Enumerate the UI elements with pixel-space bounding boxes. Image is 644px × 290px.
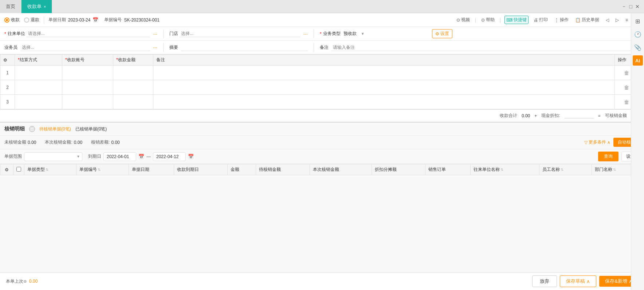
chevron-up-icon: ∧: [607, 140, 610, 145]
discount-input[interactable]: [565, 113, 594, 118]
pending-tab[interactable]: 待核销单据(0笔): [39, 126, 71, 132]
carry-icon: 本单上次⊙: [6, 278, 27, 285]
ops-btn[interactable]: ⋮ 操作: [553, 16, 570, 24]
row1-account[interactable]: [62, 66, 113, 80]
row2-amount[interactable]: [113, 80, 153, 95]
row2-remark[interactable]: [153, 80, 615, 95]
row3-remark[interactable]: [153, 95, 615, 109]
staff-more-btn[interactable]: ···: [153, 44, 157, 50]
close-icon[interactable]: ✕: [635, 4, 640, 9]
divider-f2: [314, 30, 314, 38]
row3-settle[interactable]: [15, 95, 62, 109]
bt-col-checkbox[interactable]: [13, 164, 24, 175]
divider-f1: [163, 30, 164, 38]
video-label: 视频: [461, 17, 470, 23]
video-icon: ⊙: [456, 17, 460, 23]
select-all-checkbox[interactable]: [16, 167, 21, 172]
date-from-cal-icon[interactable]: 📅: [138, 154, 144, 159]
video-btn[interactable]: ⊙ 视频: [455, 16, 471, 24]
toolbar-right: ⊙ 视频 | ⊙ 帮助 | ⌨ 快捷键 🖨 打印 ⋮ 操作 📋: [455, 16, 640, 24]
discount-label: 现金折扣:: [541, 113, 560, 119]
row3-account[interactable]: [62, 95, 113, 109]
radio-refund-label: 退款: [31, 17, 39, 23]
completed-tab[interactable]: 已核销单据(0笔): [75, 126, 107, 132]
tab-home[interactable]: 首页: [0, 0, 21, 13]
biz-type-chevron[interactable]: ▼: [361, 32, 365, 36]
current-stat: 本次核销金额: 0.00: [45, 139, 82, 145]
due-label: 到期日: [88, 153, 101, 160]
help-btn[interactable]: ⊙ 帮助: [480, 16, 496, 24]
counterparty-required: *: [4, 31, 6, 36]
save-new-label: 保存&新增: [605, 278, 627, 285]
sidebar-attach-icon[interactable]: 📎: [633, 42, 643, 52]
ops-label: 操作: [560, 17, 569, 23]
tab-close-icon[interactable]: ×: [44, 4, 46, 9]
row1-amount[interactable]: [113, 66, 153, 80]
layout-list-btn[interactable]: ≡: [624, 17, 629, 23]
bt-col-settings[interactable]: ⚙: [0, 164, 13, 175]
bt-col-date: 单据日期: [129, 164, 174, 175]
summary-label: 摘要: [169, 44, 178, 51]
shop-more-btn[interactable]: ···: [303, 31, 308, 37]
plus-sign: +: [534, 113, 537, 118]
radio-receive[interactable]: 收款: [4, 17, 20, 23]
nav-left-btn[interactable]: ◁: [604, 17, 610, 23]
date-calendar-icon[interactable]: 📅: [93, 17, 98, 23]
ops-icon: ⋮: [554, 17, 559, 23]
counterparty-more-btn[interactable]: ···: [153, 31, 157, 37]
shop-input[interactable]: [180, 30, 301, 37]
sidebar-history-icon[interactable]: 🕐: [633, 29, 643, 39]
sidebar-table-icon[interactable]: ⊞: [633, 16, 643, 26]
radio-refund[interactable]: 退款: [24, 17, 39, 23]
table-row: 1 🗑 ⧉: [0, 66, 644, 80]
date-from-input[interactable]: [103, 152, 136, 161]
nav-right-btn[interactable]: ▷: [614, 17, 620, 23]
range-label: 单据范围: [4, 153, 22, 160]
row1-delete-icon[interactable]: 🗑: [624, 70, 629, 76]
row2-account[interactable]: [62, 80, 113, 95]
radio-receive-label: 收款: [11, 17, 20, 23]
tab-receipt[interactable]: 收款单 ×: [21, 0, 52, 13]
date-to-input[interactable]: [153, 152, 186, 161]
row2-settle[interactable]: [15, 80, 62, 95]
row2-delete-icon[interactable]: 🗑: [624, 85, 629, 90]
more-conditions-btn[interactable]: ▽ 更多条件 ∧: [584, 139, 610, 145]
range-select[interactable]: [24, 152, 82, 161]
abandon-btn[interactable]: 放弃: [532, 275, 557, 287]
counterparty-field: * 往来单位 ···: [4, 30, 157, 37]
maximize-icon[interactable]: □: [629, 4, 632, 9]
staff-input[interactable]: [20, 44, 150, 51]
remark-field: 备注: [320, 44, 640, 51]
row3-amount[interactable]: [113, 95, 153, 109]
row1-remark[interactable]: [153, 66, 615, 80]
counterparty-input[interactable]: [27, 30, 150, 37]
shortcut-btn[interactable]: ⌨ 快捷键: [504, 16, 529, 24]
col-header-account: *收款账号: [62, 55, 113, 66]
row1-settle[interactable]: [15, 66, 62, 80]
form-settings-btn[interactable]: ⚙ 设置: [432, 29, 452, 38]
summary-input[interactable]: [181, 44, 308, 51]
history-btn[interactable]: 📋 历史单据: [574, 16, 601, 24]
date-separator: —: [146, 154, 151, 159]
remark-input[interactable]: [331, 44, 640, 51]
col-header-settle: *结算方式: [15, 55, 62, 66]
footer: 本单上次⊙ 0.00 放弃 保存草稿 ∧ 保存&新增 ∧: [0, 272, 644, 290]
receipt-table: ⚙ *结算方式 *收款账号 *收款金额 备注 操作 1: [0, 54, 644, 109]
form-row-2: 业务员 ··· 摘要 备注: [0, 41, 644, 54]
print-btn[interactable]: 🖨 打印: [532, 16, 549, 24]
bt-col-discount: 折扣分摊额: [372, 164, 425, 175]
biz-type-label: 业务类型: [323, 31, 341, 37]
draft-btn[interactable]: 保存草稿 ∧: [560, 275, 596, 287]
shop-field: 门店 ···: [169, 30, 308, 37]
settings-gear-icon: ⚙: [435, 31, 439, 36]
row-num-3: 3: [0, 95, 15, 109]
date-to-cal-icon[interactable]: 📅: [188, 154, 194, 159]
col-header-settings[interactable]: ⚙: [0, 55, 15, 66]
draft-label: 保存草稿: [566, 278, 585, 285]
query-btn[interactable]: 查询: [598, 152, 619, 161]
row3-delete-icon[interactable]: 🗑: [624, 99, 629, 105]
verify-info-icon[interactable]: ⓘ: [29, 126, 35, 132]
sidebar-ai-icon[interactable]: Ai: [633, 55, 643, 66]
minimize-icon[interactable]: －: [621, 3, 627, 10]
bt-col-amount: 金额: [228, 164, 256, 175]
